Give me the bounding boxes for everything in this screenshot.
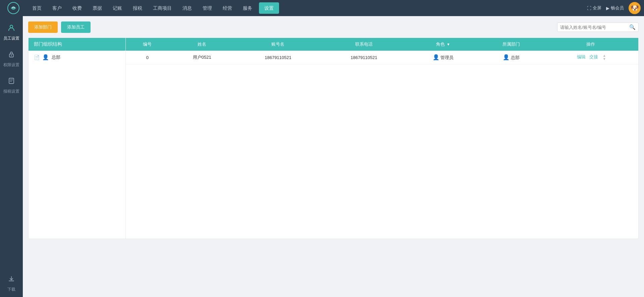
dept-tree-item[interactable]: 📄 👤 总部 — [29, 51, 125, 64]
nav-home[interactable]: 首页 — [27, 0, 47, 16]
sidebar-label-employee: 员工设置 — [3, 36, 19, 41]
cell-dept: 👤 总部 — [479, 51, 543, 64]
sidebar-label-tax-settings: 报税设置 — [3, 89, 19, 94]
fullscreen-icon: ⛶ — [587, 6, 591, 11]
nav-bill[interactable]: 票据 — [87, 0, 107, 16]
col-phone: 联系电话 — [321, 38, 407, 51]
col-id: 编号 — [126, 38, 169, 51]
cell-id: 0 — [126, 51, 169, 64]
dept-user-icon: 👤 — [42, 54, 49, 60]
toolbar: 添加部门 添加员工 🔍 — [28, 21, 639, 33]
nav-tax[interactable]: 报税 — [127, 0, 148, 16]
nav-right: ⛶ 全屏 ▶ 畅会员 🐶 — [587, 2, 641, 14]
vip-icon: ▶ — [606, 6, 609, 11]
download-icon — [8, 275, 15, 285]
svg-rect-4 — [9, 78, 14, 84]
top-nav: 首页 客户 收费 票据 记账 报税 工商项目 消息 管理 经营 服务 设置 ⛶ … — [0, 0, 644, 16]
dept-user-icon-row: 👤 — [503, 54, 509, 60]
app-logo — [3, 2, 23, 14]
nav-items: 首页 客户 收费 票据 记账 报税 工商项目 消息 管理 经营 服务 设置 — [27, 0, 587, 16]
dept-file-icon: 📄 — [34, 55, 40, 60]
handover-button[interactable]: 交接 — [589, 54, 598, 59]
user-avatar[interactable]: 🐶 — [629, 2, 641, 14]
cell-account: 18679110521 — [235, 51, 321, 64]
col-dept: 所属部门 — [479, 38, 543, 51]
nav-manage[interactable]: 管理 — [197, 0, 217, 16]
nav-fee[interactable]: 收费 — [67, 0, 87, 16]
add-dept-button[interactable]: 添加部门 — [28, 21, 58, 33]
role-filter-icon: ▼ — [446, 42, 450, 46]
cell-name: 用户0521 — [169, 51, 235, 64]
sidebar-label-permission: 权限设置 — [3, 62, 19, 68]
employee-icon — [8, 24, 15, 34]
sidebar-item-tax-settings[interactable]: 报税设置 — [0, 72, 23, 99]
scroll-arrows: ▲ ▼ — [603, 54, 606, 61]
nav-business[interactable]: 工商项目 — [148, 0, 177, 16]
fullscreen-button[interactable]: ⛶ 全屏 — [587, 5, 601, 11]
col-role[interactable]: 角色 ▼ — [407, 38, 479, 51]
edit-button[interactable]: 编辑 — [577, 54, 586, 59]
nav-accounting[interactable]: 记账 — [107, 0, 127, 16]
employee-table: 编号 姓名 账号名 联系电话 角色 ▼ 所属部门 操作 — [126, 38, 638, 64]
cell-actions: 编辑 交接 ▲ ▼ — [543, 51, 638, 64]
table-row: 0 用户0521 18679110521 18679110521 👤 管理员 👤… — [126, 51, 638, 64]
search-box: 🔍 — [557, 22, 639, 32]
sidebar-item-permission[interactable]: 权限设置 — [0, 46, 23, 72]
dept-tree-header: 部门组织结构 — [29, 38, 125, 51]
sidebar-label-download: 下载 — [7, 287, 15, 292]
employee-table-wrap: 编号 姓名 账号名 联系电话 角色 ▼ 所属部门 操作 — [126, 38, 638, 239]
col-name: 姓名 — [169, 38, 235, 51]
sidebar-item-employee[interactable]: 员工设置 — [0, 19, 23, 46]
dept-tree: 部门组织结构 📄 👤 总部 — [29, 38, 126, 239]
nav-message[interactable]: 消息 — [177, 0, 197, 16]
sidebar-item-download[interactable]: 下载 — [0, 270, 23, 297]
role-label: 管理员 — [440, 55, 453, 60]
col-actions: 操作 — [543, 38, 638, 51]
main-content: 添加部门 添加员工 🔍 部门组织结构 📄 👤 总部 — [23, 16, 644, 297]
main-layout: 员工设置 权限设置 报税设置 — [0, 16, 644, 297]
cell-role: 👤 管理员 — [407, 51, 479, 64]
col-account: 账号名 — [235, 38, 321, 51]
sidebar: 员工设置 权限设置 报税设置 — [0, 16, 23, 297]
fullscreen-label: 全屏 — [593, 5, 601, 11]
vip-label: 畅会员 — [611, 5, 624, 11]
nav-service[interactable]: 服务 — [237, 0, 258, 16]
add-employee-button[interactable]: 添加员工 — [61, 21, 91, 33]
nav-settings[interactable]: 设置 — [259, 2, 279, 14]
svg-point-3 — [11, 55, 12, 56]
search-input[interactable] — [560, 25, 627, 30]
tax-settings-icon — [8, 77, 15, 87]
search-icon[interactable]: 🔍 — [629, 24, 636, 30]
cell-phone: 18679110521 — [321, 51, 407, 64]
nav-operate[interactable]: 经营 — [217, 0, 237, 16]
content-panel: 部门组织结构 📄 👤 总部 编号 姓名 账号名 联系电话 — [28, 38, 639, 239]
dept-label: 总部 — [511, 55, 520, 60]
dept-name: 总部 — [52, 54, 60, 60]
svg-point-1 — [10, 25, 13, 28]
nav-customer[interactable]: 客户 — [47, 0, 67, 16]
vip-button[interactable]: ▶ 畅会员 — [606, 5, 624, 11]
role-user-icon: 👤 — [433, 54, 439, 60]
permission-icon — [8, 51, 15, 60]
